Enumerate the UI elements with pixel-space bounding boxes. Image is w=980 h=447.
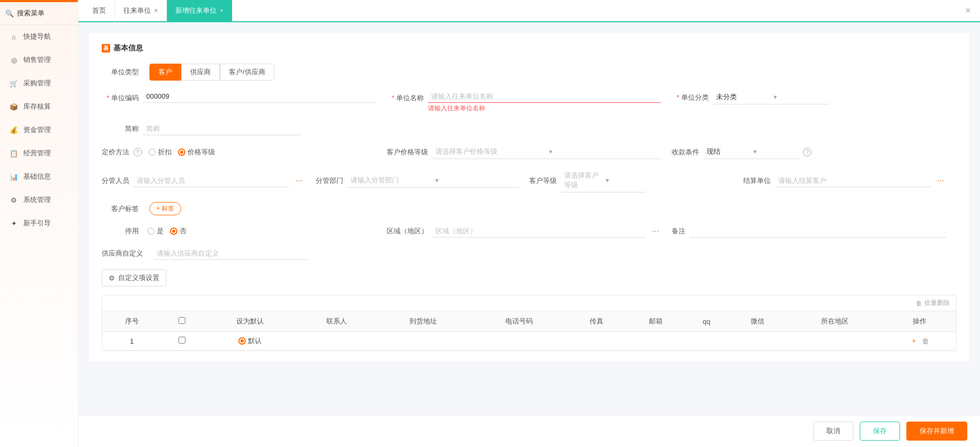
type-btn-both[interactable]: 客户/供应商 [220,64,274,81]
save-new-button[interactable]: 保存并新增 [906,422,967,441]
unit-code-input[interactable] [143,90,376,103]
sidebar-search-label: 搜索菜单 [17,8,44,18]
pricing-row: 定价方法 ? 折扣 价格等级 客户 [102,145,957,159]
unit-name-error: 请输入往来单位名称 [428,104,661,113]
row-contact [298,332,375,350]
row-qq [685,332,728,350]
sidebar-item-sales[interactable]: ◎ 销售管理 [0,48,78,72]
table-row: 1 默认 [102,332,956,350]
sidebar-item-label: 基础信息 [23,172,51,181]
sidebar-item-label: 销售管理 [23,55,51,65]
col-fax: 传真 [567,311,626,332]
sidebar-search[interactable]: 🔍 搜索菜单 [0,2,78,25]
row-delete-btn[interactable]: 🗑 [922,337,929,345]
pricing-help-icon[interactable]: ? [133,148,142,156]
tab-bar-close-all[interactable]: × [961,6,975,15]
disabled-radio-no[interactable]: 否 [170,226,186,236]
sidebar-item-basic-info[interactable]: 📊 基础信息 [0,165,78,188]
basic-info-section: 基 基本信息 单位类型 客户 供应商 客户/供应商 * 单位 [89,33,969,362]
tab-home[interactable]: 首页 [84,0,115,22]
save-button[interactable]: 保存 [860,422,900,441]
sales-icon: ◎ [8,55,19,65]
unit-code-row: * 单位编码 * 单位名称 请输入往来单位名称 [102,90,957,113]
short-name-row: 简称 [102,122,957,135]
sidebar-item-label: 系统管理 [23,195,51,205]
main-area: 首页 往来单位 × 新增往来单位 × × 基 基本信息 单位类型 [78,0,980,447]
remarks-input[interactable] [690,225,946,238]
disabled-radio-yes[interactable]: 是 [147,226,164,236]
remarks-label: 备注 [672,226,685,236]
sidebar-item-finance[interactable]: 💰 资金管理 [0,118,78,142]
region-more-btn[interactable]: ··· [650,226,661,236]
row-seq: 1 [102,332,162,350]
unit-name-label: * 单位名称 [387,90,424,103]
manager-label: 分管人员 [102,176,129,186]
row-address [376,332,471,350]
settlement-unit-input[interactable] [775,174,931,187]
row-checkbox-input[interactable] [179,337,185,344]
department-select[interactable]: 请输入分管部门 ▼ [348,173,519,188]
short-name-label: 简称 [102,124,139,134]
sidebar-item-system[interactable]: ⚙ 系统管理 [0,188,78,212]
sidebar-item-label: 采购管理 [23,78,51,88]
department-placeholder: 请输入分管部门 [351,176,432,185]
row-default: 默认 [202,332,298,350]
chevron-down-icon: ▼ [772,94,826,100]
manager-input[interactable] [133,174,289,187]
tab-home-label: 首页 [92,6,106,15]
tab-new-partner-close[interactable]: × [220,7,224,14]
customer-price-level-select[interactable]: 请选择客户价格等级 ▼ [432,145,661,159]
type-btn-supplier[interactable]: 供应商 [181,64,220,81]
short-name-input[interactable] [143,122,302,135]
row-add-btn[interactable]: ＋ [910,336,917,346]
tab-partners[interactable]: 往来单位 × [115,0,167,22]
supplier-custom-row: 供应商自定义 [102,247,957,260]
sidebar-item-label: 新手引导 [23,218,51,228]
row-wechat [728,332,787,350]
row-default-radio[interactable]: 默认 [207,336,294,346]
select-all-checkbox[interactable] [179,317,185,324]
col-region: 所在地区 [787,311,883,332]
operations-icon: 📋 [8,148,19,159]
tab-new-partner[interactable]: 新增往来单位 × [167,0,233,22]
col-action: 操作 [883,311,956,332]
custom-settings-button[interactable]: ⚙ 自定义项设置 [102,269,166,286]
settlement-more-btn[interactable]: ··· [935,176,946,186]
unit-type-row: 单位类型 客户 供应商 客户/供应商 [102,64,957,81]
content-area: 基 基本信息 单位类型 客户 供应商 客户/供应商 * 单位 [78,22,980,415]
home-icon: ⌂ [8,31,19,42]
row-fax [567,332,626,350]
add-tag-button[interactable]: + 标签 [149,202,181,215]
pricing-radio-level[interactable]: 价格等级 [178,147,215,157]
payment-help-icon[interactable]: ? [803,148,812,156]
tab-partners-close[interactable]: × [154,7,158,14]
tab-new-partner-label: 新增往来单位 [175,6,217,15]
payment-terms-value: 现结 [707,147,750,156]
type-btn-customer[interactable]: 客户 [149,64,181,81]
payment-terms-select[interactable]: 现结 ▼ [703,145,799,159]
manager-more-btn[interactable]: ··· [293,176,305,186]
unit-category-select[interactable]: 未分类 ▼ [713,90,830,104]
sidebar-item-purchase[interactable]: 🛒 采购管理 [0,72,78,95]
row-email [626,332,685,350]
customer-level-placeholder: 请选择客户等级 [564,171,602,190]
col-contact: 联系人 [298,311,375,332]
system-icon: ⚙ [8,195,19,205]
supplier-custom-input[interactable] [154,247,308,260]
row-action: ＋ 🗑 [883,332,956,350]
sidebar-item-operations[interactable]: 📋 经营管理 [0,142,78,165]
department-label: 分管部门 [316,176,343,186]
pricing-radio-discount[interactable]: 折扣 [148,147,172,157]
chevron-down-icon: ▼ [548,148,658,155]
unit-name-input[interactable] [428,90,661,103]
sidebar-item-inventory[interactable]: 📦 库存核算 [0,95,78,118]
region-input[interactable] [432,225,646,238]
radio-yes-circle [147,227,155,235]
sidebar-item-guide[interactable]: ✦ 新手引导 [0,212,78,235]
batch-delete-button[interactable]: 🗑 批量删除 [916,299,950,308]
customer-level-select[interactable]: 请选择客户等级 ▼ [561,169,646,192]
cancel-button[interactable]: 取消 [813,422,853,441]
col-qq: qq [685,311,728,332]
footer: 取消 保存 保存并新增 [78,415,980,447]
sidebar-item-quick-nav[interactable]: ⌂ 快捷导航 [0,25,78,48]
